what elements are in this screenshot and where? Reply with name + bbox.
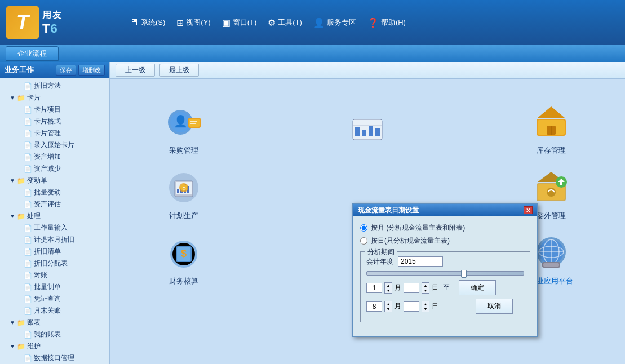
- dialog-close-button[interactable]: ✕: [524, 206, 533, 214]
- sidebar-item-2[interactable]: ▼📁卡片: [0, 92, 109, 104]
- slider-track[interactable]: [366, 271, 524, 276]
- sidebar-item-10[interactable]: 📄批量变动: [0, 187, 109, 198]
- expand-icon[interactable]: ▼: [9, 213, 16, 220]
- spacer: [16, 355, 23, 362]
- from-month-spin[interactable]: ▲ ▼: [384, 282, 392, 294]
- sidebar-item-7[interactable]: 📄资产增加: [0, 151, 109, 163]
- to-day-input[interactable]: [404, 301, 419, 312]
- file-icon: 📄: [24, 82, 32, 90]
- content-area: 上一级 最上级 👤: [110, 62, 625, 364]
- sidebar-item-24[interactable]: 📄数据接口管理: [0, 352, 109, 364]
- spacer: [16, 154, 23, 161]
- file-icon: 📄: [24, 224, 32, 232]
- back-button[interactable]: 上一级: [116, 64, 155, 77]
- sidebar-item-15[interactable]: 📄折旧清单: [0, 246, 109, 258]
- from-day-input[interactable]: [404, 283, 419, 293]
- sidebar-item-4[interactable]: 📄卡片格式: [0, 116, 109, 127]
- groupbox-legend: 分析期间: [365, 247, 397, 257]
- content-wrapper: 👤 采购管理: [110, 79, 625, 364]
- expand-icon[interactable]: ▼: [9, 343, 16, 350]
- slider-thumb[interactable]: [461, 270, 467, 278]
- sidebar-item-5[interactable]: 📄卡片管理: [0, 127, 109, 139]
- sidebar-item-20[interactable]: 📄月末关账: [0, 305, 109, 317]
- tree-item-label: 我的账表: [34, 330, 61, 339]
- slider-row: [366, 271, 524, 276]
- menu-help[interactable]: ❓ 帮助(H): [367, 17, 406, 28]
- outsource-icon: [531, 167, 571, 206]
- radio-monthly[interactable]: 按月 (分析现金流量主表和附表): [360, 223, 530, 233]
- to-day-spin[interactable]: ▲ ▼: [422, 301, 429, 312]
- icon-inventory[interactable]: 库存管理: [531, 101, 571, 156]
- file-icon: 📄: [24, 272, 32, 279]
- svg-rect-4: [189, 119, 200, 127]
- radio-daily[interactable]: 按日(只分析现金流量主表): [360, 236, 530, 246]
- spacer: [16, 296, 23, 303]
- sidebar-item-6[interactable]: 📄录入原始卡片: [0, 139, 109, 151]
- sidebar-item-16[interactable]: 📄折旧分配表: [0, 258, 109, 269]
- expand-icon[interactable]: ▼: [9, 319, 16, 326]
- radio-monthly-label: 按月 (分析现金流量主表和附表): [371, 223, 465, 233]
- from-date-row: ▲ ▼ 月 ▲ ▼ 日 至 确定: [366, 280, 524, 295]
- from-month-spin-down[interactable]: ▼: [385, 288, 392, 293]
- sidebar-item-18[interactable]: 📄批量制单: [0, 281, 109, 293]
- finance-icon: $: [164, 232, 203, 272]
- icon-finance[interactable]: $ 财务核算: [164, 232, 203, 286]
- sidebar-item-14[interactable]: 📄计提本月折旧: [0, 234, 109, 246]
- nav-tab-enterprise[interactable]: 企业流程: [6, 46, 59, 61]
- sidebar-item-17[interactable]: 📄对账: [0, 269, 109, 281]
- svg-rect-9: [369, 126, 373, 136]
- file-icon: 📄: [24, 189, 32, 197]
- year-input[interactable]: [398, 256, 443, 267]
- menu-window[interactable]: ▣ 窗口(T): [222, 17, 257, 28]
- icon-purchase[interactable]: 👤 采购管理: [164, 101, 203, 156]
- from-day-spin-up[interactable]: ▲: [422, 283, 429, 288]
- radio-daily-input[interactable]: [360, 237, 367, 245]
- expand-icon[interactable]: ▼: [9, 177, 16, 184]
- tree-item-label: 资产增加: [34, 152, 61, 162]
- to-day-spin-down[interactable]: ▼: [422, 307, 429, 312]
- sidebar-item-9[interactable]: ▼📁变动单: [0, 175, 109, 187]
- tree-item-label: 凭证查询: [34, 294, 61, 304]
- svg-rect-50: [543, 263, 559, 267]
- outsource-label: 委外管理: [537, 211, 566, 221]
- to-month-spin[interactable]: ▲ ▼: [384, 301, 392, 312]
- expand-icon[interactable]: ▼: [9, 95, 16, 101]
- sidebar-item-8[interactable]: 📄资产减少: [0, 163, 109, 175]
- to-day-spin-up[interactable]: ▲: [422, 301, 429, 307]
- folder-icon: 📁: [17, 319, 25, 327]
- radio-monthly-input[interactable]: [360, 224, 367, 232]
- to-month-spin-down[interactable]: ▼: [385, 307, 392, 312]
- from-month-spin-up[interactable]: ▲: [385, 283, 392, 288]
- sidebar-item-13[interactable]: 📄工作量输入: [0, 222, 109, 234]
- top-button[interactable]: 最上级: [159, 64, 199, 77]
- file-icon: 📄: [24, 295, 32, 303]
- nav-bar: 企业流程: [0, 45, 625, 62]
- sidebar-item-1[interactable]: 📄折旧方法: [0, 80, 109, 92]
- logo-icon: T: [6, 6, 39, 39]
- sidebar-item-19[interactable]: 📄凭证查询: [0, 293, 109, 305]
- from-month-input[interactable]: [366, 283, 382, 293]
- menu-window-label: 窗口(T): [233, 17, 257, 28]
- sidebar-item-3[interactable]: 📄卡片项目: [0, 104, 109, 116]
- to-month-spin-up[interactable]: ▲: [385, 301, 392, 307]
- sidebar-edit-button[interactable]: 增删改: [78, 65, 105, 76]
- confirm-button[interactable]: 确定: [459, 280, 496, 295]
- menu-view[interactable]: ⊞ 视图(Y): [176, 17, 210, 28]
- spacer: [16, 308, 23, 314]
- sidebar-item-21[interactable]: ▼📁账表: [0, 317, 109, 329]
- sidebar-item-22[interactable]: 📄我的账表: [0, 329, 109, 340]
- cancel-button[interactable]: 取消: [476, 299, 513, 314]
- sidebar-item-11[interactable]: 📄资产评估: [0, 198, 109, 210]
- to-month-input[interactable]: [366, 301, 382, 312]
- sidebar-save-button[interactable]: 保存: [56, 65, 76, 76]
- tree-item-label: 资产减少: [34, 164, 61, 174]
- menu-system[interactable]: 🖥 系统(S): [130, 17, 165, 28]
- sidebar-item-23[interactable]: ▼📁维护: [0, 340, 109, 352]
- sidebar-item-12[interactable]: ▼📁处理: [0, 210, 109, 222]
- icon-planning[interactable]: ⚙ 计划生产: [164, 167, 203, 221]
- from-day-spin[interactable]: ▲ ▼: [422, 282, 429, 294]
- menu-service[interactable]: 👤 服务专区: [313, 17, 356, 28]
- file-icon: 📄: [24, 153, 32, 161]
- menu-tools[interactable]: ⚙ 工具(T): [268, 17, 302, 28]
- from-day-spin-down[interactable]: ▼: [422, 288, 429, 293]
